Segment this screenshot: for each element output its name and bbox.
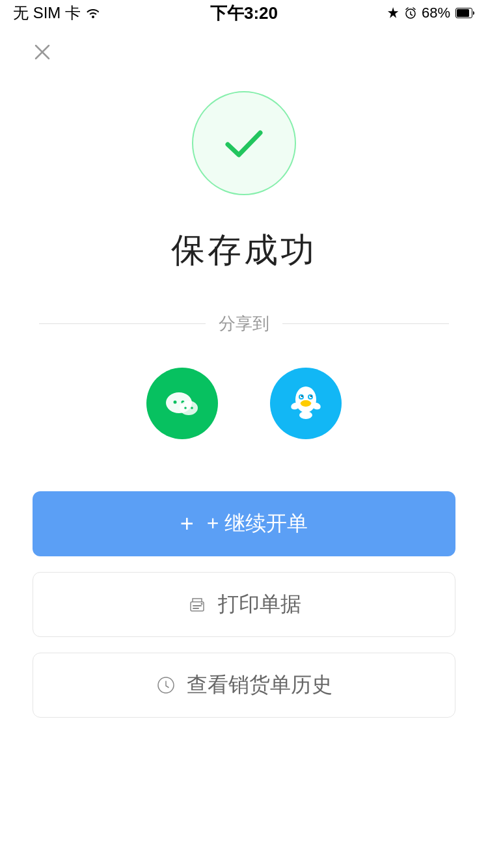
share-icons-container: [146, 368, 342, 439]
svg-point-16: [301, 396, 303, 397]
svg-point-21: [299, 411, 312, 419]
share-label: 分享到: [219, 312, 269, 335]
svg-point-8: [180, 401, 198, 415]
print-label: 打印单据: [218, 590, 301, 619]
svg-point-17: [310, 396, 312, 397]
svg-point-10: [191, 407, 193, 409]
svg-point-6: [173, 400, 176, 403]
wifi-icon: [86, 8, 100, 18]
main-content: 保存成功 分享到: [0, 26, 488, 718]
location-icon: [388, 7, 400, 19]
svg-rect-23: [193, 605, 202, 606]
no-sim-text: 无 SIM 卡: [13, 3, 81, 23]
svg-point-11: [295, 387, 316, 413]
battery-percent: 68%: [422, 5, 450, 21]
share-divider: 分享到: [0, 312, 488, 335]
divider-line-right: [282, 323, 449, 324]
svg-point-25: [201, 603, 203, 605]
status-bar: 无 SIM 卡 下午3:20 68%: [0, 0, 488, 26]
history-button[interactable]: 查看销货单历史: [33, 653, 455, 718]
success-title: 保存成功: [171, 228, 317, 273]
status-right: 68%: [388, 5, 475, 21]
status-left: 无 SIM 卡: [13, 3, 100, 23]
clock-icon: [156, 675, 176, 696]
qq-logo: [286, 383, 325, 425]
qq-share-button[interactable]: [270, 368, 342, 439]
divider-line-left: [39, 323, 206, 324]
wechat-share-button[interactable]: [146, 368, 218, 439]
continue-label: + 继续开单: [207, 509, 308, 538]
action-buttons: + + 继续开单 打印单据 查看销货单历史: [0, 491, 488, 718]
battery-icon: [455, 8, 475, 18]
printer-icon: [187, 594, 208, 615]
plus-icon: +: [180, 510, 194, 537]
svg-point-9: [184, 407, 187, 409]
success-icon-circle: [192, 91, 296, 195]
checkmark-icon: [218, 117, 270, 169]
print-button[interactable]: 打印单据: [33, 572, 455, 637]
status-time: 下午3:20: [210, 2, 278, 25]
svg-rect-24: [193, 608, 199, 609]
wechat-logo: [161, 386, 204, 422]
close-button[interactable]: [26, 36, 59, 68]
alarm-icon: [405, 7, 416, 19]
svg-rect-2: [457, 9, 469, 17]
continue-button[interactable]: + + 继续开单: [33, 491, 455, 556]
history-label: 查看销货单历史: [187, 671, 332, 699]
